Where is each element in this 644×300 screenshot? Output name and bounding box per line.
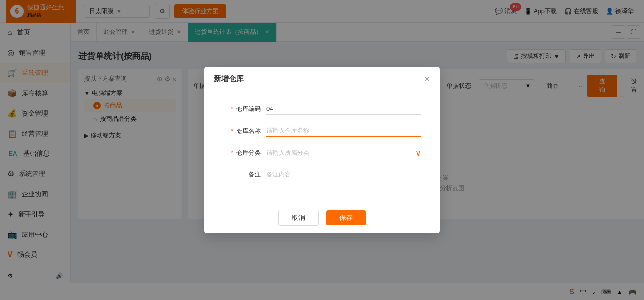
form-label-category: * 仓库分类 [223,149,261,157]
warehouse-name-input[interactable] [266,125,421,137]
save-button[interactable]: 保存 [326,210,366,225]
cancel-button[interactable]: 取消 [278,210,319,226]
warehouse-remark-input[interactable] [266,169,421,180]
form-row-name: * 仓库名称 [223,125,421,137]
modal-close-icon[interactable]: ✕ [423,75,430,83]
form-row-code: * 仓库编码 [223,103,421,115]
modal-footer: 取消 保存 [204,202,440,233]
form-row-remark: 备注 [223,169,421,180]
required-star-code: * [231,105,233,112]
modal-body: * 仓库编码 * 仓库名称 * 仓库分类 [204,92,440,202]
modal-header: 新增仓库 ✕ [204,67,440,92]
modal-overlay: 新增仓库 ✕ * 仓库编码 * 仓库名称 [0,0,644,300]
warehouse-category-wrapper: 请输入所属分类 ∨ [266,147,421,158]
form-label-name: * 仓库名称 [223,127,261,135]
warehouse-code-input[interactable] [266,103,421,115]
required-star-name: * [231,127,233,134]
form-label-code: * 仓库编码 [223,105,261,113]
modal-title: 新增仓库 [214,74,244,84]
required-star-category: * [231,149,233,156]
form-label-remark: 备注 [223,170,261,179]
modal-add-warehouse: 新增仓库 ✕ * 仓库编码 * 仓库名称 [204,67,440,233]
form-row-category: * 仓库分类 请输入所属分类 ∨ [223,147,421,158]
warehouse-category-select[interactable]: 请输入所属分类 [266,147,421,158]
